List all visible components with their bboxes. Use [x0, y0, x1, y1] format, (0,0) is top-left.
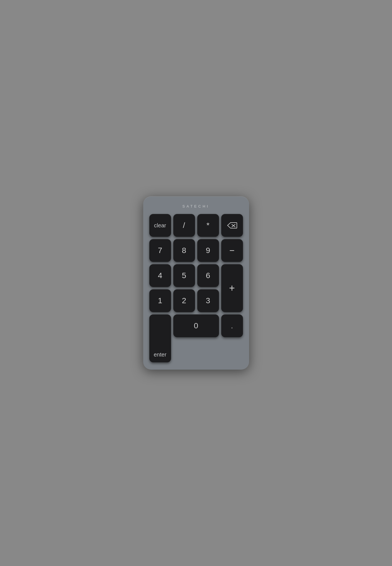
divide-key[interactable]: / [173, 214, 195, 237]
eight-key[interactable]: 8 [173, 239, 195, 262]
minus-key[interactable]: − [221, 239, 243, 262]
plus-key[interactable]: + [221, 264, 243, 312]
enter-key[interactable]: enter [149, 314, 171, 362]
six-key[interactable]: 6 [197, 264, 219, 287]
nine-key[interactable]: 9 [197, 239, 219, 262]
five-key[interactable]: 5 [173, 264, 195, 287]
zero-key[interactable]: 0 [173, 314, 219, 337]
numpad-device: SATECHI clear / * 7 8 9 − 4 5 6 + 1 2 3 [143, 196, 249, 370]
three-key[interactable]: 3 [197, 289, 219, 312]
brand-label: SATECHI [149, 204, 243, 208]
keys-grid: clear / * 7 8 9 − 4 5 6 + 1 2 3 enter 0 [149, 214, 243, 362]
one-key[interactable]: 1 [149, 289, 171, 312]
dot-key[interactable]: . [221, 314, 243, 337]
four-key[interactable]: 4 [149, 264, 171, 287]
clear-key[interactable]: clear [149, 214, 171, 237]
two-key[interactable]: 2 [173, 289, 195, 312]
multiply-key[interactable]: * [197, 214, 219, 237]
seven-key[interactable]: 7 [149, 239, 171, 262]
backspace-icon [227, 222, 237, 229]
backspace-key[interactable] [221, 214, 243, 237]
